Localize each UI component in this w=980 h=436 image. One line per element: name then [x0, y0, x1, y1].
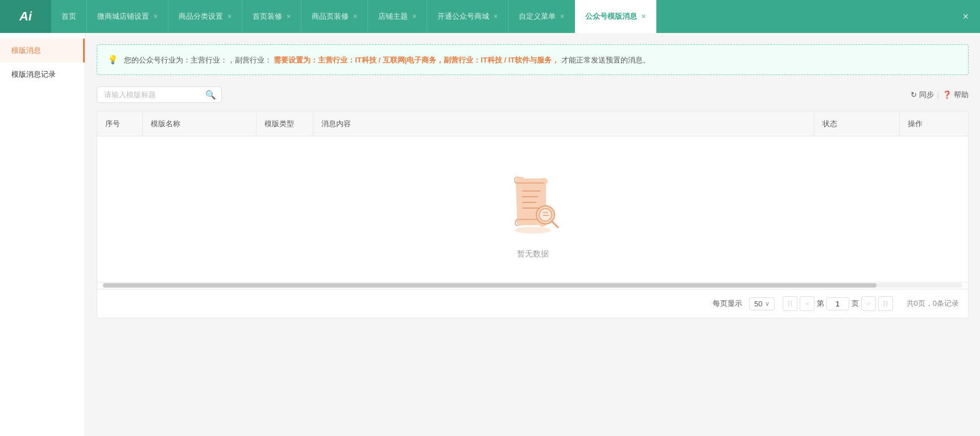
tab-weishop-close[interactable]: × [154, 13, 158, 20]
page-label-prefix: 第 [817, 298, 824, 309]
tab-template[interactable]: 公众号模版消息 × [575, 0, 656, 33]
notice-icon: 💡 [107, 55, 118, 64]
search-bar: 🔍 ↻ 同步 | ❓ 帮助 [97, 86, 969, 103]
app-logo: Ai [0, 0, 51, 33]
tab-home[interactable]: 首页 [51, 0, 87, 33]
tab-theme[interactable]: 店铺主题 × [368, 0, 427, 33]
toolbar-divider: | [937, 90, 939, 99]
tab-mall-label: 开通公众号商城 [437, 11, 489, 22]
notice-box: 💡 您的公众号行业为：主营行业：，副营行业： 需要设置为：主营行业：IT科技 /… [97, 44, 969, 75]
sync-label: 同步 [919, 90, 934, 100]
prev-page-button[interactable]: ＜ [800, 296, 814, 311]
col-header-status: 状态 [814, 111, 900, 136]
tab-category-label: 商品分类设置 [179, 11, 223, 22]
col-header-type: 模版类型 [257, 111, 313, 136]
tab-mall[interactable]: 开通公众号商城 × [427, 0, 508, 33]
page-nav: ⟨⟨ ＜ 第 页 ＞ ⟩⟩ [783, 296, 893, 311]
tab-template-close[interactable]: × [642, 13, 646, 20]
content-area: 💡 您的公众号行业为：主营行业：，副营行业： 需要设置为：主营行业：IT科技 /… [85, 33, 980, 436]
toolbar-right: ↻ 同步 | ❓ 帮助 [911, 90, 969, 100]
help-label: 帮助 [954, 90, 969, 100]
col-header-name: 模版名称 [143, 111, 257, 136]
tab-theme-label: 店铺主题 [378, 11, 408, 22]
col-header-content: 消息内容 [313, 111, 814, 136]
tab-weishop[interactable]: 微商城店铺设置 × [87, 0, 168, 33]
empty-icon [499, 171, 567, 239]
last-page-button[interactable]: ⟩⟩ [878, 296, 893, 311]
search-input[interactable] [97, 86, 222, 103]
page-label-suffix: 页 [851, 298, 859, 309]
page-size-value: 50 [754, 300, 762, 308]
help-button[interactable]: ❓ 帮助 [942, 90, 969, 100]
tab-menu[interactable]: 自定义菜单 × [508, 0, 575, 33]
svg-point-6 [539, 209, 552, 221]
global-close-button[interactable]: × [951, 0, 980, 33]
scrollbar-thumb [103, 283, 876, 288]
notice-prefix: 您的公众号行业为：主营行业：，副营行业： [124, 56, 272, 64]
page-number-input[interactable] [826, 297, 849, 310]
tab-template-label: 公众号模版消息 [585, 11, 637, 22]
tab-category[interactable]: 商品分类设置 × [168, 0, 242, 33]
search-input-wrap: 🔍 [97, 86, 222, 103]
tab-homepage-close[interactable]: × [287, 13, 291, 20]
first-page-button[interactable]: ⟨⟨ [783, 296, 797, 311]
tab-category-close[interactable]: × [228, 13, 231, 20]
col-header-seq: 序号 [97, 111, 143, 136]
main-layout: 模版消息 模版消息记录 💡 您的公众号行业为：主营行业：，副营行业： 需要设置为… [0, 33, 980, 436]
empty-text: 暂无数据 [517, 249, 549, 259]
tab-theme-close[interactable]: × [412, 13, 416, 20]
tab-homepage-label: 首页装修 [253, 11, 282, 22]
sync-button[interactable]: ↻ 同步 [911, 90, 934, 100]
svg-line-7 [552, 221, 558, 227]
pagination: 每页显示 50 ∨ ⟨⟨ ＜ 第 页 ＞ ⟩⟩ 共0页，0条记录 [97, 289, 968, 318]
tab-weishop-label: 微商城店铺设置 [97, 11, 149, 22]
tab-productpage-close[interactable]: × [353, 13, 357, 20]
total-info: 共0页，0条记录 [907, 298, 959, 309]
help-icon: ❓ [942, 90, 952, 99]
next-page-button[interactable]: ＞ [861, 296, 876, 311]
tab-productpage-label: 商品页装修 [312, 11, 349, 22]
empty-state: 暂无数据 [97, 136, 968, 282]
tab-homepage[interactable]: 首页装修 × [242, 0, 301, 33]
page-size-select[interactable]: 50 ∨ [749, 297, 774, 310]
horizontal-scrollbar[interactable] [97, 282, 968, 289]
tab-menu-close[interactable]: × [560, 13, 564, 20]
chevron-down-icon: ∨ [765, 300, 770, 308]
page-size-label: 每页显示 [713, 298, 742, 309]
tab-home-label: 首页 [61, 11, 76, 22]
col-header-action: 操作 [900, 111, 968, 136]
tab-menu-label: 自定义菜单 [519, 11, 556, 22]
tab-productpage[interactable]: 商品页装修 × [301, 0, 368, 33]
tab-mall-close[interactable]: × [494, 13, 498, 20]
search-icon[interactable]: 🔍 [205, 90, 216, 100]
sidebar-item-template-record[interactable]: 模版消息记录 [0, 63, 85, 86]
top-tabbar: Ai 首页 微商城店铺设置 × 商品分类设置 × 首页装修 × 商品页装修 × … [0, 0, 980, 33]
svg-point-0 [515, 227, 551, 234]
table-header: 序号 模版名称 模版类型 消息内容 状态 操作 [97, 111, 968, 136]
data-table: 序号 模版名称 模版类型 消息内容 状态 操作 [97, 111, 969, 318]
notice-highlight: 需要设置为：主营行业：IT科技 / 互联网|电子商务，副营行业：IT科技 / I… [274, 56, 559, 64]
notice-suffix: 才能正常发送预置的消息。 [561, 56, 650, 64]
sidebar: 模版消息 模版消息记录 [0, 33, 85, 436]
sync-icon: ↻ [911, 90, 917, 99]
scrollbar-track [103, 283, 962, 288]
sidebar-item-template-msg[interactable]: 模版消息 [0, 39, 85, 63]
